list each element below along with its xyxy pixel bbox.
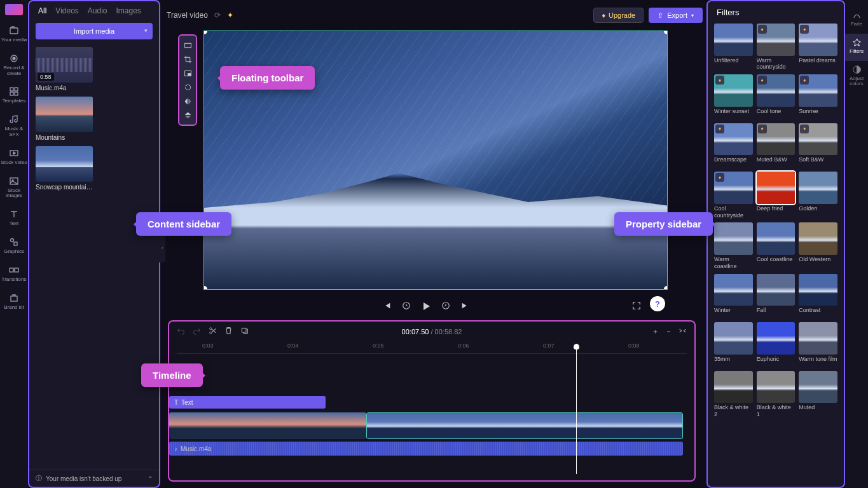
help-button[interactable]: ? (650, 296, 665, 311)
fill-tool[interactable] (179, 38, 196, 52)
rewind-button[interactable] (402, 301, 411, 313)
resize-handle-bl[interactable] (203, 286, 207, 290)
nav-graphics[interactable]: Graphics (0, 233, 28, 261)
your-media-icon (9, 25, 19, 36)
filter-soft-b-w[interactable]: Soft B&W (799, 123, 837, 168)
filter-thumb (757, 172, 796, 204)
filter-name: Fall (757, 307, 796, 318)
nav-stock-images[interactable]: Stock images (0, 172, 28, 206)
filter-black-white-2[interactable]: Black & white 2 (714, 371, 753, 418)
skip-fwd-button[interactable] (460, 301, 469, 313)
filter-deep-fried[interactable]: Deep fried (757, 172, 796, 219)
filter-muted-b-w[interactable]: Muted B&W (757, 123, 796, 168)
filter-old-western[interactable]: Old Western (799, 222, 837, 269)
skip-back-button[interactable] (383, 301, 392, 313)
filter-thumb (757, 371, 796, 403)
forward-button[interactable] (441, 301, 450, 313)
media-item[interactable]: 0:58Music.m4a (36, 47, 93, 92)
filter-winter-sunset[interactable]: Winter sunset (714, 74, 753, 119)
rr-adjust-colors[interactable]: Adjust colors (845, 61, 868, 94)
resize-handle-tl[interactable] (203, 30, 207, 34)
resize-handle-br[interactable] (664, 286, 668, 290)
premium-badge-icon (758, 25, 767, 34)
flip-v-tool[interactable] (179, 108, 196, 122)
fullscreen-button[interactable] (632, 301, 641, 311)
filter-name: Euphoric (757, 356, 796, 367)
export-button[interactable]: ⇧Export▾ (649, 8, 703, 23)
delete-button[interactable] (224, 327, 233, 336)
filter-black-white-1[interactable]: Black & white 1 (757, 371, 796, 418)
timeline-tracks[interactable]: TText Snowcap mountain stars.png ♪Music.… (169, 354, 694, 359)
video-clip-2[interactable]: Snowcap mountain stars.png (366, 412, 683, 439)
media-item[interactable]: Mountains (36, 97, 93, 141)
crop-tool[interactable] (179, 52, 196, 66)
nav-brand-kit[interactable]: Brand kit (0, 289, 28, 317)
filter-cool-countryside[interactable]: Cool countryside (714, 172, 753, 219)
video-clip-1[interactable] (169, 412, 366, 439)
filter-muted[interactable]: Muted (799, 371, 837, 418)
split-button[interactable] (209, 327, 217, 336)
media-item[interactable]: Snowcap mountain st... (36, 146, 93, 191)
media-tab-images[interactable]: Images (116, 6, 141, 15)
nav-music-sfx[interactable]: Music & SFX (0, 111, 28, 144)
filter-sunrise[interactable]: Sunrise (799, 74, 837, 119)
media-tab-audio[interactable]: Audio (88, 6, 107, 15)
redo-button[interactable] (193, 327, 201, 336)
duration-badge: 0:58 (38, 73, 54, 81)
nav-transitions[interactable]: Transitions (0, 261, 28, 289)
filter-35mm[interactable]: 35mm (714, 322, 753, 367)
text-clip[interactable]: TText (169, 396, 326, 409)
filter-winter[interactable]: Winter (714, 274, 753, 319)
filter-name: Contrast (799, 307, 837, 318)
nav-your-media[interactable]: Your media (0, 22, 28, 50)
filter-contrast[interactable]: Contrast (799, 274, 837, 319)
playhead[interactable] (576, 347, 577, 474)
filter-name: Unfiltered (714, 57, 753, 69)
play-button[interactable] (421, 301, 431, 313)
cloud-sync-icon: ⟳ (214, 11, 221, 20)
nav-record-create[interactable]: Record & create (0, 50, 28, 83)
filter-thumb (714, 371, 753, 403)
filter-thumb (799, 222, 837, 255)
pip-tool[interactable] (179, 66, 196, 80)
import-media-button[interactable]: Import media (36, 23, 153, 39)
rr-filters[interactable]: Filters (845, 34, 868, 61)
stock-images-icon (9, 176, 19, 186)
nav-text[interactable]: Text (0, 205, 28, 233)
zoom-fit-button[interactable] (679, 327, 687, 336)
zoom-out-button[interactable]: － (665, 327, 672, 336)
filter-name: Cool coastline (757, 256, 796, 268)
filter-warm-tone-film[interactable]: Warm tone film (799, 322, 837, 367)
filter-cool-coastline[interactable]: Cool coastline (757, 222, 796, 269)
filter-name: Warm tone film (799, 356, 837, 367)
filter-euphoric[interactable]: Euphoric (757, 322, 796, 367)
filter-dreamscape[interactable]: Dreamscape (714, 123, 753, 168)
svg-rect-3 (10, 88, 13, 91)
nav-stock-video[interactable]: Stock video (0, 144, 28, 172)
filter-pastel-dreams[interactable]: Pastel dreams (799, 24, 837, 71)
filter-warm-countryside[interactable]: Warm countryside (757, 24, 796, 71)
filter-unfiltered[interactable]: Unfiltered (714, 24, 753, 71)
filter-thumb (799, 74, 837, 107)
collapse-sidebar-button[interactable]: ‹ (159, 234, 165, 262)
filter-name: Warm coastline (714, 256, 753, 270)
upgrade-button[interactable]: ♦Upgrade (593, 8, 644, 23)
project-name[interactable]: Travel video ⟳ ✦ (167, 11, 233, 20)
zoom-in-button[interactable]: ＋ (652, 327, 659, 336)
filter-fall[interactable]: Fall (757, 274, 796, 319)
flip-h-tool[interactable] (179, 94, 196, 108)
filter-cool-tone[interactable]: Cool tone (757, 74, 796, 119)
backup-notice[interactable]: ⓘ Your media isn't backed up ⌃ (29, 470, 159, 487)
rr-fade[interactable]: Fade (845, 6, 868, 34)
resize-handle-tr[interactable] (664, 30, 668, 34)
nav-templates[interactable]: Templates (0, 83, 28, 111)
undo-button[interactable] (177, 327, 185, 336)
media-tab-all[interactable]: All (38, 6, 46, 15)
premium-badge-icon (715, 125, 724, 133)
timeline-ruler[interactable]: 0:030:040:050:060:070:08 (177, 341, 687, 354)
duplicate-button[interactable] (240, 327, 249, 336)
media-tab-videos[interactable]: Videos (55, 6, 78, 15)
filter-golden[interactable]: Golden (799, 172, 837, 219)
rotate-tool[interactable] (179, 80, 196, 94)
audio-clip[interactable]: ♪Music.m4a (169, 442, 683, 456)
